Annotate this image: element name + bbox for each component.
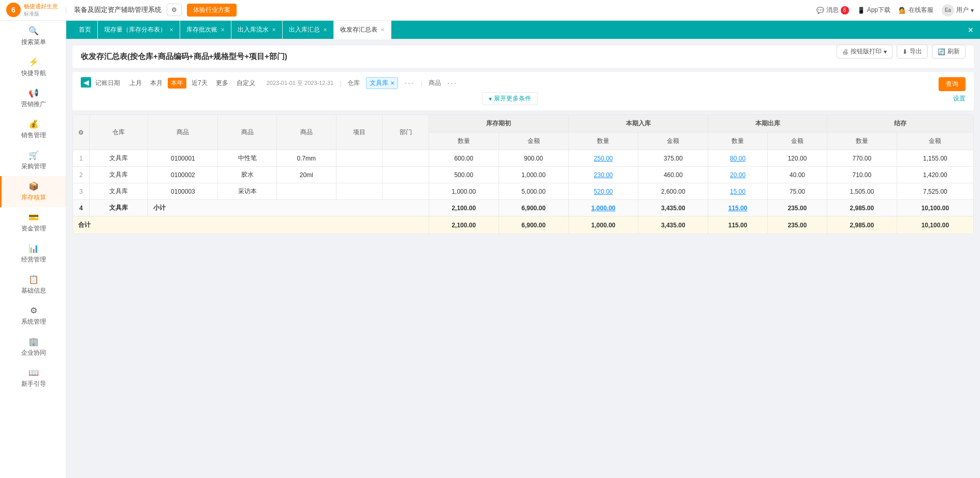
page-title: 收发存汇总表(按仓库+商品编码+商品+规格型号+项目+部门) — [81, 52, 287, 62]
tab-flow[interactable]: 出入库流水 ✕ — [231, 21, 283, 39]
tab-close-batch[interactable]: ✕ — [221, 27, 225, 33]
subtotal-row: 4 文具库 小计 2,100.00 6,900.00 1,000.00 3,43… — [73, 200, 974, 216]
sidebar-item-purchase[interactable]: 🛒 采购管理 — [0, 145, 66, 176]
shortcut-this-year[interactable]: 本年 — [168, 78, 186, 89]
tab-home[interactable]: 首页 — [72, 21, 98, 39]
table-settings-col[interactable]: ⚙ — [73, 115, 90, 150]
message-button[interactable]: 💬 消息 6 — [816, 6, 849, 15]
shortcut-7days[interactable]: 近7天 — [188, 78, 211, 89]
sidebar-item-system-label: 系统管理 — [21, 317, 46, 326]
row-out-qty[interactable]: 20.00 — [708, 167, 768, 183]
export-button[interactable]: ⬇ 导出 — [897, 45, 928, 59]
row-spec — [276, 183, 336, 200]
row-code: 0100002 — [148, 167, 218, 183]
subtotal-out-amt: 235.00 — [768, 200, 827, 216]
sidebar-item-shortcut-label: 快捷导航 — [21, 69, 46, 78]
col-code-header: 商品 — [148, 115, 218, 150]
sidebar-item-finance[interactable]: 💳 资金管理 — [0, 207, 66, 238]
col-out-header: 本期出库 — [708, 115, 827, 133]
subtotal-in-qty[interactable]: 1,000.00 — [568, 200, 638, 216]
user-menu[interactable]: Ea 用户 ▾ — [942, 4, 974, 17]
shortcut-more[interactable]: 更多 — [213, 78, 231, 89]
col-warehouse-header: 仓库 — [90, 115, 148, 150]
tab-bar-close[interactable]: ✕ — [968, 26, 974, 34]
sidebar-item-operations[interactable]: 📊 经营管理 — [0, 238, 66, 269]
marketing-icon: 📢 — [28, 88, 39, 98]
footer-open-amt: 6,900.00 — [499, 216, 568, 234]
sidebar-item-inventory[interactable]: 📦 库存核算 — [0, 176, 66, 207]
search-icon: 🔍 — [28, 26, 39, 36]
row-in-qty[interactable]: 230.00 — [568, 167, 638, 183]
refresh-button[interactable]: 🔄 刷新 — [932, 45, 966, 59]
sidebar-item-guide[interactable]: 📖 新手引导 — [0, 363, 66, 394]
sidebar-item-basics[interactable]: 📋 基础信息 — [0, 269, 66, 300]
sidebar-item-shortcut[interactable]: ⚡ 快捷导航 — [0, 52, 66, 83]
row-open-qty: 500.00 — [429, 167, 499, 183]
tab-summary[interactable]: 出入库汇总 ✕ — [283, 21, 334, 39]
settings-link[interactable]: 设置 — [953, 94, 966, 103]
col-close-qty: 数量 — [827, 133, 897, 150]
tab-close-summary[interactable]: ✕ — [323, 27, 327, 33]
footer-open-qty: 2,100.00 — [429, 216, 499, 234]
sidebar-item-marketing[interactable]: 📢 营销推广 — [0, 83, 66, 114]
app-download-button[interactable]: 📱 App下载 — [857, 6, 890, 15]
row-open-qty: 600.00 — [429, 150, 499, 167]
footer-in-qty: 1,000.00 — [568, 216, 638, 234]
warehouse-more[interactable]: ··· — [404, 79, 414, 88]
warehouse-tag-close[interactable]: ✕ — [390, 80, 394, 86]
row-close-qty: 1,505.00 — [827, 183, 897, 200]
tab-close-stock[interactable]: ✕ — [169, 27, 173, 33]
col-opening-header: 库存期初 — [429, 115, 568, 133]
row-in-qty[interactable]: 520.00 — [568, 183, 638, 200]
row-num: 1 — [73, 150, 90, 167]
row-in-qty[interactable]: 250.00 — [568, 150, 638, 167]
query-button[interactable]: 查询 — [939, 77, 966, 91]
row-in-amt: 2,600.00 — [638, 183, 708, 200]
sidebar-item-sales[interactable]: 💰 销售管理 — [0, 114, 66, 145]
row-out-qty[interactable]: 15.00 — [708, 183, 768, 200]
row-project — [336, 183, 383, 200]
sidebar-item-system[interactable]: ⚙ 系统管理 — [0, 300, 66, 331]
tab-stock[interactable]: 现存量（库存分布表） ✕ — [98, 21, 180, 39]
row-warehouse: 文具库 — [90, 167, 148, 183]
row-close-amt: 1,155.00 — [897, 150, 973, 167]
shortcut-last-month[interactable]: 上月 — [126, 78, 145, 89]
row-num: 3 — [73, 183, 90, 200]
tab-close-collect[interactable]: ✕ — [381, 27, 385, 33]
subtotal-out-qty[interactable]: 115.00 — [708, 200, 768, 216]
subtotal-close-qty: 2,985.00 — [827, 200, 897, 216]
row-close-amt: 1,420.00 — [897, 167, 973, 183]
basics-icon: 📋 — [28, 274, 39, 284]
row-spec: 0.7mm — [276, 150, 336, 167]
industry-button[interactable]: 体验行业方案 — [187, 4, 237, 17]
col-out-qty: 数量 — [708, 133, 768, 150]
sidebar-item-basics-label: 基础信息 — [21, 286, 46, 295]
tab-collect[interactable]: 收发存汇总表 ✕ — [334, 21, 391, 39]
settings-button[interactable]: ⚙ — [167, 4, 182, 16]
row-name: 采访本 — [218, 183, 276, 200]
tab-batch[interactable]: 库存批次账 ✕ — [180, 21, 231, 39]
sidebar-item-enterprise[interactable]: 🏢 企业协同 — [0, 331, 66, 363]
row-project — [336, 167, 383, 183]
tab-close-flow[interactable]: ✕ — [272, 27, 276, 33]
row-code: 0100001 — [148, 150, 218, 167]
print-button[interactable]: 🖨 按钮版打印 ▾ — [837, 45, 893, 59]
online-service-button[interactable]: 💁 在线客服 — [899, 6, 933, 15]
operations-icon: 📊 — [28, 243, 39, 253]
shortcut-custom[interactable]: 自定义 — [233, 78, 258, 89]
row-out-qty[interactable]: 80.00 — [708, 150, 768, 167]
subtotal-label: 小计 — [148, 200, 429, 216]
goods-more[interactable]: ··· — [447, 79, 457, 88]
row-in-amt: 460.00 — [638, 167, 708, 183]
shortcut-this-month[interactable]: 本月 — [147, 78, 166, 89]
subtotal-in-amt: 3,435.00 — [638, 200, 708, 216]
warehouse-tag[interactable]: 文具库 ✕ — [366, 77, 398, 89]
row-open-qty: 1,000.00 — [429, 183, 499, 200]
expand-conditions-button[interactable]: ▾ 展开更多条件 — [482, 92, 538, 105]
row-close-qty: 770.00 — [827, 150, 897, 167]
collapse-arrow[interactable]: ◀ — [81, 77, 91, 88]
table-row: 2 文具库 0100002 胶水 20ml 500.00 1,000.00 — [73, 167, 974, 183]
row-open-amt: 1,000.00 — [499, 167, 568, 183]
sidebar-item-search[interactable]: 🔍 搜索菜单 — [0, 21, 66, 52]
row-open-amt: 5,000.00 — [499, 183, 568, 200]
